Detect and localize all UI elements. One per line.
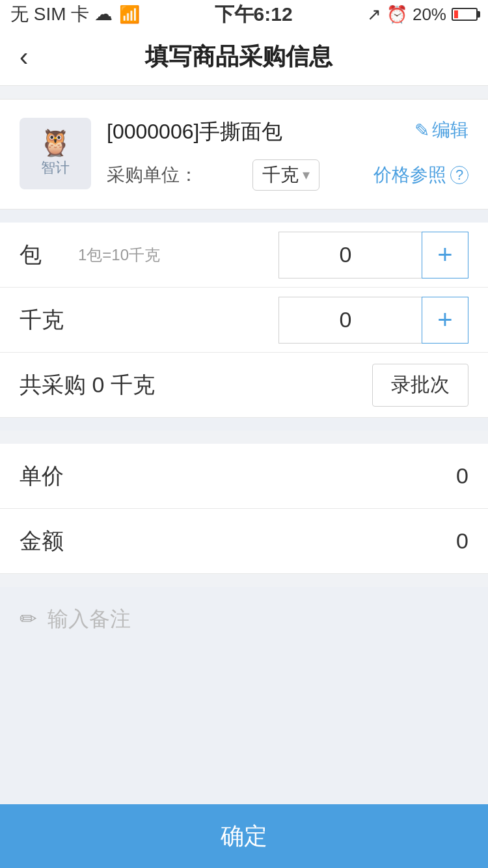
unit-label: 采购单位：	[107, 163, 198, 187]
kg-row: 千克 +	[0, 288, 488, 353]
status-bar: 无 SIM 卡 ☁ 📶 下午6:12 ↗ ⏰ 20%	[0, 0, 488, 29]
amount-row: 金额 0	[0, 509, 488, 574]
wifi-icon: 📶	[119, 5, 140, 25]
chevron-down-icon: ▾	[303, 167, 310, 183]
brand-text: 智计	[41, 158, 70, 178]
input-section: 包 1包=10千克 + 千克 + 共采购 0 千克 录批次	[0, 223, 488, 418]
product-name: [0000006]手撕面包	[107, 118, 282, 146]
amount-label: 金额	[20, 526, 456, 556]
status-left: 无 SIM 卡 ☁ 📶	[10, 2, 140, 27]
unit-select[interactable]: 千克 ▾	[252, 159, 319, 191]
summary-text: 共采购 0 千克	[20, 370, 155, 400]
bag-plus-button[interactable]: +	[422, 232, 468, 278]
price-ref-label: 价格参照	[373, 163, 446, 187]
price-ref-button[interactable]: 价格参照 ?	[373, 163, 468, 187]
help-icon: ?	[450, 166, 468, 184]
sim-label: 无 SIM 卡 ☁	[10, 2, 113, 27]
amount-value: 0	[456, 528, 468, 554]
product-image: 🦉 智计	[20, 118, 91, 189]
status-time: 下午6:12	[215, 1, 293, 28]
unit-price-value: 0	[456, 463, 468, 489]
back-button[interactable]: ‹	[20, 42, 28, 72]
unit-price-row: 单价 0	[0, 444, 488, 509]
nav-bar: ‹ 填写商品采购信息	[0, 29, 488, 86]
product-name-row: [0000006]手撕面包 ✎ 编辑	[107, 118, 468, 146]
unit-value: 千克	[262, 163, 299, 187]
bag-quantity-input[interactable]	[278, 232, 422, 278]
page-title: 填写商品采购信息	[41, 41, 436, 73]
edit-icon: ✎	[414, 120, 429, 141]
alarm-icon: ⏰	[386, 5, 407, 25]
edit-button[interactable]: ✎ 编辑	[414, 118, 468, 142]
bag-input-control: +	[278, 232, 468, 278]
product-logo: 🦉 智计	[29, 131, 81, 176]
battery-fill	[454, 10, 458, 18]
product-unit-row: 采购单位： 千克 ▾ 价格参照 ?	[107, 159, 468, 191]
edit-label: 编辑	[432, 118, 468, 142]
product-info: [0000006]手撕面包 ✎ 编辑 采购单位： 千克 ▾ 价格参照 ?	[107, 118, 468, 191]
bag-row: 包 1包=10千克 +	[0, 223, 488, 288]
section-divider-1	[0, 210, 488, 223]
battery-percent: 20%	[413, 5, 446, 25]
owl-icon: 🦉	[39, 129, 72, 156]
kg-input-control: +	[278, 297, 468, 344]
summary-row: 共采购 0 千克 录批次	[0, 353, 488, 418]
confirm-button[interactable]: 确定	[0, 804, 488, 868]
kg-plus-button[interactable]: +	[422, 297, 468, 344]
kg-quantity-input[interactable]	[278, 297, 422, 344]
pencil-icon: ✏	[20, 606, 37, 631]
battery-icon	[452, 8, 478, 21]
notes-placeholder: 输入备注	[47, 605, 131, 634]
bag-label: 包	[20, 240, 72, 270]
bag-sub-label: 1包=10千克	[78, 245, 278, 265]
kg-label: 千克	[20, 305, 72, 335]
status-right: ↗ ⏰ 20%	[367, 5, 478, 25]
batch-button[interactable]: 录批次	[372, 364, 468, 407]
unit-price-label: 单价	[20, 461, 456, 491]
notes-section[interactable]: ✏ 输入备注	[0, 587, 488, 665]
location-icon: ↗	[367, 5, 381, 25]
product-card: 🦉 智计 [0000006]手撕面包 ✎ 编辑 采购单位： 千克 ▾ 价格参照 …	[0, 99, 488, 210]
info-section: 单价 0 金额 0	[0, 444, 488, 574]
section-divider-2	[0, 418, 488, 431]
